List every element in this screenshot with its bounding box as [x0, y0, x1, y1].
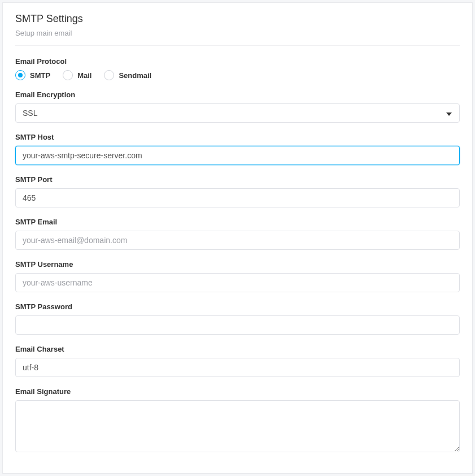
radio-icon: [104, 70, 114, 80]
input-smtp-email[interactable]: [15, 231, 460, 250]
panel-subtitle: Setup main email: [15, 29, 460, 37]
input-smtp-password[interactable]: [15, 315, 460, 335]
field-smtp-password: SMTP Password: [15, 302, 460, 335]
label-email-protocol: Email Protocol: [15, 57, 460, 66]
select-email-encryption[interactable]: SSL: [15, 103, 460, 123]
input-smtp-host[interactable]: [15, 146, 460, 165]
label-smtp-host: SMTP Host: [15, 133, 460, 141]
textarea-email-signature[interactable]: [15, 400, 460, 452]
field-email-signature: Email Signature: [15, 387, 460, 455]
field-smtp-username: SMTP Username: [15, 260, 460, 292]
label-smtp-password: SMTP Password: [15, 302, 460, 311]
field-smtp-port: SMTP Port: [15, 175, 460, 207]
radio-icon: [63, 70, 73, 80]
smtp-settings-panel: SMTP Settings Setup main email Email Pro…: [2, 2, 473, 474]
radio-mail[interactable]: Mail: [63, 70, 91, 80]
radio-label-mail: Mail: [77, 71, 91, 80]
label-email-charset: Email Charset: [15, 345, 460, 353]
input-email-charset[interactable]: [15, 358, 460, 377]
panel-title: SMTP Settings: [15, 13, 460, 25]
input-smtp-username[interactable]: [15, 273, 460, 292]
label-email-signature: Email Signature: [15, 387, 460, 396]
field-email-protocol: Email Protocol SMTP Mail Sendmail: [15, 57, 460, 80]
input-smtp-port[interactable]: [15, 188, 460, 207]
protocol-radio-group: SMTP Mail Sendmail: [15, 70, 460, 80]
radio-icon: [15, 70, 25, 80]
radio-label-smtp: SMTP: [30, 71, 50, 80]
panel-header: SMTP Settings Setup main email: [15, 13, 460, 46]
field-smtp-host: SMTP Host: [15, 133, 460, 165]
field-email-encryption: Email Encryption SSL: [15, 90, 460, 123]
field-smtp-email: SMTP Email: [15, 218, 460, 250]
label-smtp-email: SMTP Email: [15, 218, 460, 226]
field-email-charset: Email Charset: [15, 345, 460, 377]
label-smtp-port: SMTP Port: [15, 175, 460, 184]
label-smtp-username: SMTP Username: [15, 260, 460, 269]
radio-sendmail[interactable]: Sendmail: [104, 70, 151, 80]
radio-label-sendmail: Sendmail: [119, 71, 151, 80]
radio-smtp[interactable]: SMTP: [15, 70, 50, 80]
label-email-encryption: Email Encryption: [15, 90, 460, 99]
